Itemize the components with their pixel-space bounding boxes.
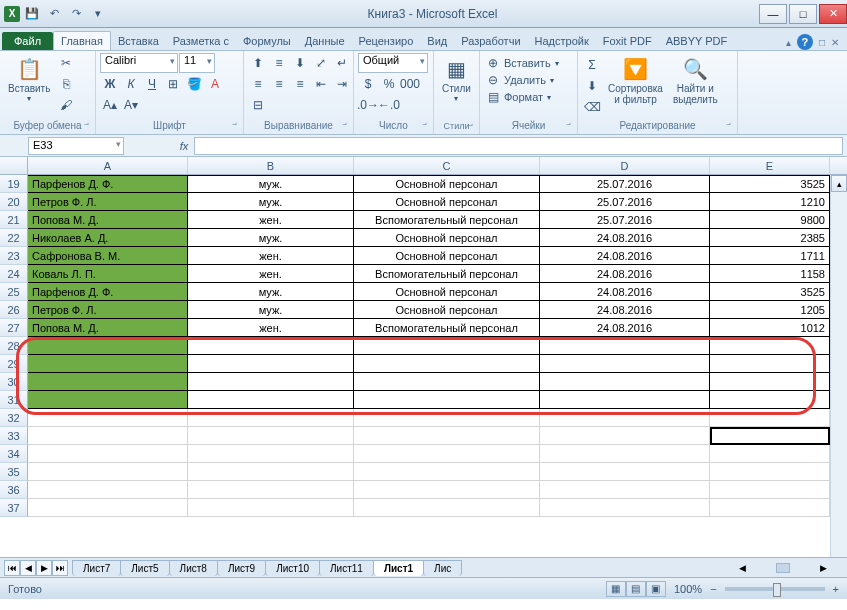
cell[interactable] — [188, 481, 354, 499]
cell[interactable] — [354, 391, 540, 409]
cell[interactable] — [28, 355, 188, 373]
italic-button[interactable]: К — [121, 74, 141, 94]
cell[interactable] — [354, 445, 540, 463]
col-header-A[interactable]: A — [28, 157, 188, 174]
cell[interactable]: Парфенов Д. Ф. — [28, 175, 188, 193]
cell[interactable] — [28, 373, 188, 391]
cell[interactable]: Петров Ф. Л. — [28, 301, 188, 319]
cell[interactable] — [710, 391, 830, 409]
cell[interactable]: 25.07.2016 — [540, 193, 710, 211]
cell[interactable] — [540, 445, 710, 463]
cell[interactable]: 24.08.2016 — [540, 229, 710, 247]
cell[interactable] — [710, 463, 830, 481]
row-header[interactable]: 22 — [0, 229, 28, 247]
view-layout-button[interactable]: ▤ — [626, 581, 646, 597]
cell[interactable]: муж. — [188, 283, 354, 301]
cell[interactable]: Попова М. Д. — [28, 211, 188, 229]
font-size-combo[interactable]: 11 — [179, 53, 215, 73]
cell[interactable] — [28, 445, 188, 463]
cell[interactable]: 1012 — [710, 319, 830, 337]
sheet-tab[interactable]: Лист10 — [265, 560, 320, 576]
paste-button[interactable]: 📋 Вставить ▾ — [4, 53, 54, 105]
cell[interactable] — [188, 499, 354, 517]
cell[interactable]: жен. — [188, 265, 354, 283]
cell[interactable] — [710, 499, 830, 517]
cell[interactable] — [354, 427, 540, 445]
decrease-decimal-button[interactable]: ←.0 — [379, 95, 399, 115]
row-header[interactable]: 26 — [0, 301, 28, 319]
increase-font-button[interactable]: A▴ — [100, 95, 120, 115]
styles-button[interactable]: ▦ Стили ▾ — [438, 53, 475, 105]
sheet-nav-first[interactable]: ⏮ — [4, 560, 20, 576]
row-header[interactable]: 36 — [0, 481, 28, 499]
cell[interactable] — [188, 445, 354, 463]
cell[interactable]: 1158 — [710, 265, 830, 283]
view-normal-button[interactable]: ▦ — [606, 581, 626, 597]
cell[interactable] — [540, 355, 710, 373]
font-color-button[interactable]: A — [205, 74, 225, 94]
bold-button[interactable]: Ж — [100, 74, 120, 94]
cell[interactable] — [710, 481, 830, 499]
row-header[interactable]: 20 — [0, 193, 28, 211]
cell[interactable]: Попова М. Д. — [28, 319, 188, 337]
cell[interactable] — [28, 427, 188, 445]
help-icon[interactable]: ? — [797, 34, 813, 50]
cell[interactable] — [188, 463, 354, 481]
cell[interactable]: Основной персонал — [354, 247, 540, 265]
cell[interactable]: Вспомогательный персонал — [354, 265, 540, 283]
col-header-B[interactable]: B — [188, 157, 354, 174]
cell[interactable]: муж. — [188, 175, 354, 193]
select-all-corner[interactable] — [0, 157, 28, 174]
cell[interactable] — [28, 481, 188, 499]
tab-data[interactable]: Данные — [298, 32, 352, 50]
row-header[interactable]: 28 — [0, 337, 28, 355]
name-box[interactable]: E33 — [28, 137, 124, 155]
cell-selected[interactable] — [710, 427, 830, 445]
tab-foxit[interactable]: Foxit PDF — [596, 32, 659, 50]
cell[interactable]: Вспомогательный персонал — [354, 211, 540, 229]
cell[interactable] — [710, 337, 830, 355]
qat-save-button[interactable]: 💾 — [22, 4, 42, 24]
tab-abbyy[interactable]: ABBYY PDF — [659, 32, 735, 50]
cell[interactable]: Основной персонал — [354, 301, 540, 319]
cell[interactable]: 1711 — [710, 247, 830, 265]
wrap-text-button[interactable]: ↵ — [332, 53, 352, 73]
hscroll-thumb[interactable] — [776, 563, 790, 573]
cell[interactable] — [540, 337, 710, 355]
row-header[interactable]: 32 — [0, 409, 28, 427]
window-close-icon[interactable]: ✕ — [831, 37, 839, 48]
zoom-level[interactable]: 100% — [674, 583, 702, 595]
cell[interactable] — [540, 409, 710, 427]
sheet-tab[interactable]: Лист7 — [72, 560, 121, 576]
file-tab[interactable]: Файл — [2, 32, 53, 50]
decrease-font-button[interactable]: A▾ — [121, 95, 141, 115]
sheet-nav-next[interactable]: ▶ — [36, 560, 52, 576]
row-header[interactable]: 33 — [0, 427, 28, 445]
row-header[interactable]: 31 — [0, 391, 28, 409]
sheet-tab[interactable]: Лист8 — [169, 560, 218, 576]
cell[interactable]: 1210 — [710, 193, 830, 211]
sheet-tab[interactable]: Лис — [423, 560, 462, 576]
underline-button[interactable]: Ч — [142, 74, 162, 94]
cell[interactable]: 24.08.2016 — [540, 265, 710, 283]
fill-color-button[interactable]: 🪣 — [184, 74, 204, 94]
find-select-button[interactable]: 🔍 Найти и выделить — [669, 53, 722, 107]
tab-home[interactable]: Главная — [53, 31, 111, 50]
sheet-nav-last[interactable]: ⏭ — [52, 560, 68, 576]
qat-undo-button[interactable]: ↶ — [44, 4, 64, 24]
cell[interactable]: 1205 — [710, 301, 830, 319]
cell[interactable]: 9800 — [710, 211, 830, 229]
comma-button[interactable]: 000 — [400, 74, 420, 94]
cell[interactable]: 25.07.2016 — [540, 211, 710, 229]
qat-redo-button[interactable]: ↷ — [66, 4, 86, 24]
cell[interactable]: жен. — [188, 211, 354, 229]
cell[interactable] — [188, 355, 354, 373]
tab-layout[interactable]: Разметка с — [166, 32, 236, 50]
cell[interactable]: 24.08.2016 — [540, 319, 710, 337]
cell[interactable] — [354, 481, 540, 499]
fx-button[interactable]: fx — [174, 140, 194, 152]
hscroll-right-icon[interactable]: ▶ — [820, 563, 827, 573]
cell[interactable] — [540, 373, 710, 391]
tab-insert[interactable]: Вставка — [111, 32, 166, 50]
align-top-button[interactable]: ⬆ — [248, 53, 268, 73]
